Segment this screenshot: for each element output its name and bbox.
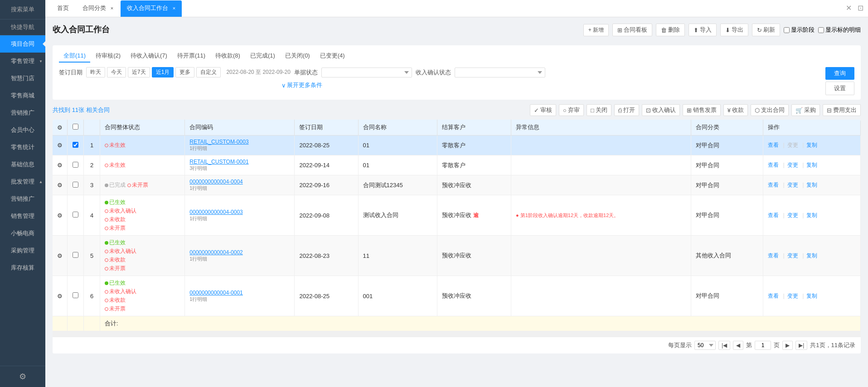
change-action[interactable]: 变更 [787,252,798,259]
filter-tab-pending-income-confirm[interactable]: 待收入确认(7) [126,50,172,63]
filter-tab-all[interactable]: 全部(11) [59,50,90,63]
new-button[interactable]: + 新增 [583,24,609,36]
row-gear[interactable]: ⚙ [53,175,68,195]
row-checkbox[interactable] [68,155,84,175]
sidebar-item-purchase-mgmt[interactable]: 采购管理 [0,242,45,259]
sidebar-item-retail-mall[interactable]: 零售商城 [0,87,45,104]
contract-code-link[interactable]: 0000000000004-0001 [189,290,290,296]
date-btn-last1month[interactable]: 近1月 [152,67,174,77]
col-gear[interactable]: ⚙ [53,120,68,135]
copy-action[interactable]: 复制 [806,182,817,188]
contract-code-link[interactable]: RETAIL_CUSTOM-0001 [189,159,290,165]
row-gear[interactable]: ⚙ [53,135,68,155]
filter-tab-changed[interactable]: 已变更(4) [315,50,349,63]
sidebar-search[interactable]: 搜索菜单 [0,0,45,19]
contract-code-link[interactable]: RETAIL_CUSTOM-0003 [189,139,290,145]
col-checkbox[interactable] [68,120,84,135]
per-page-select[interactable]: 50 20 100 [694,341,716,350]
view-action[interactable]: 查看 [768,142,779,148]
income-confirm-status-select[interactable] [455,68,545,77]
sidebar-quick-nav[interactable]: 快捷导航 [0,19,45,35]
sidebar-item-retail-mgmt[interactable]: 零售管理 [0,53,45,70]
contract-code-link[interactable]: 0000000000004-0002 [189,249,290,256]
date-btn-yesterday[interactable]: 昨天 [86,67,105,77]
income-confirm-action-btn[interactable]: ⊡ 收入确认 [642,104,680,116]
window-close-button[interactable]: ✕ [846,4,852,12]
copy-action[interactable]: 复制 [806,293,817,299]
purchase-action-btn[interactable]: 🛒 采购 [791,104,820,116]
change-action[interactable]: 变更 [787,212,798,218]
date-btn-today[interactable]: 今天 [107,67,126,77]
import-button[interactable]: ⬆ 导入 [689,24,717,36]
row-checkbox[interactable] [68,195,84,236]
view-action[interactable]: 查看 [768,293,779,299]
current-page-input[interactable] [755,341,771,350]
view-action[interactable]: 查看 [768,212,779,218]
view-action[interactable]: 查看 [768,182,779,188]
row-gear[interactable]: ⚙ [53,195,68,236]
refresh-button[interactable]: ↻ 刷新 [752,24,780,36]
close-action-btn[interactable]: □ 关闭 [587,104,611,116]
copy-action[interactable]: 复制 [806,142,817,148]
next-page-btn[interactable]: ▶ [782,341,793,350]
show-stages-checkbox[interactable] [784,27,790,33]
sidebar-item-retail-stats[interactable]: 零售统计 [0,139,45,156]
row-checkbox[interactable] [68,276,84,316]
sales-invoice-action-btn[interactable]: ⊞ 销售发票 [683,104,721,116]
tab-home[interactable]: 首页 [51,0,75,17]
expense-out-action-btn[interactable]: ⊟ 费用支出 [823,104,861,116]
change-action[interactable]: 变更 [787,182,798,188]
contract-code-link[interactable]: 0000000000004-0004 [189,179,290,185]
row-checkbox[interactable] [68,236,84,276]
change-action[interactable]: 变更 [787,162,798,168]
export-button[interactable]: ⬇ 导出 [720,24,748,36]
row-gear[interactable]: ⚙ [53,155,68,175]
pay-contract-action-btn[interactable]: ⬡ 支出合同 [751,104,789,116]
receipt-action-btn[interactable]: ¥ 收款 [723,104,748,116]
sidebar-item-base-info[interactable]: 基础信息 [0,156,45,173]
tab-close-contract-category[interactable]: × [111,5,113,11]
review-action-btn[interactable]: ✓ 审核 [530,104,556,116]
row-gear[interactable]: ⚙ [53,276,68,316]
date-btn-custom[interactable]: 自定义 [196,67,221,77]
print-action-btn[interactable]: ⎙ 打开 [614,104,639,116]
sidebar-item-marketing[interactable]: 营销推广 [0,104,45,121]
sidebar-item-member-center[interactable]: 会员中心 [0,121,45,139]
sidebar-item-wholesale-mgmt[interactable]: 批发管理 ▲ [0,173,45,190]
date-btn-last7[interactable]: 近7天 [128,67,150,77]
filter-tab-completed[interactable]: 已完成(1) [246,50,280,63]
sidebar-item-sales-mgmt[interactable]: 销售管理 [0,208,45,225]
contract-code-link[interactable]: 0000000000004-0003 [189,209,290,215]
copy-action[interactable]: 复制 [806,162,817,168]
row-checkbox[interactable] [68,175,84,195]
last-page-btn[interactable]: ▶| [795,341,807,350]
date-btn-more[interactable]: 更多 [175,67,194,77]
show-labels-checkbox[interactable] [818,27,824,33]
filter-tab-pending-receipt[interactable]: 待收款(8) [211,50,245,63]
tab-income-contract-workbench[interactable]: 收入合同工作台 × [121,0,182,17]
row-gear[interactable]: ⚙ [53,236,68,276]
sidebar-item-project-contract[interactable]: 项目合同 [0,35,45,53]
sidebar-item-smart-store[interactable]: 智慧门店 [0,70,45,87]
view-action[interactable]: 查看 [768,252,779,259]
first-page-btn[interactable]: |◀ [718,341,730,350]
change-action[interactable]: 变更 [787,293,798,299]
expand-more-btn[interactable]: ∨ 展开更多条件 [281,81,322,89]
sidebar-settings[interactable]: ⚙ [0,366,45,387]
horizontal-scrollbar[interactable] [53,331,861,337]
sidebar-item-xiaochangec[interactable]: 小畅电商 [0,225,45,242]
copy-action[interactable]: 复制 [806,212,817,218]
filter-tab-closed[interactable]: 已关闭(0) [281,50,315,63]
delete-button[interactable]: 🗑 删除 [656,24,685,36]
tab-close-income-workbench[interactable]: × [173,5,175,11]
doc-status-select[interactable] [321,68,412,77]
window-minimize-button[interactable]: ⊡ [858,4,863,12]
sidebar-item-marketing2[interactable]: 营销推广 [0,190,45,208]
copy-action[interactable]: 复制 [806,252,817,259]
query-button[interactable]: 查询 [825,67,854,80]
select-all-checkbox[interactable] [73,124,78,130]
setting-button[interactable]: 设置 [825,82,854,95]
prev-page-btn[interactable]: ◀ [733,341,743,350]
tab-contract-category[interactable]: 合同分类 × [76,0,120,17]
filter-tab-pending-review[interactable]: 待审核(2) [91,50,125,63]
